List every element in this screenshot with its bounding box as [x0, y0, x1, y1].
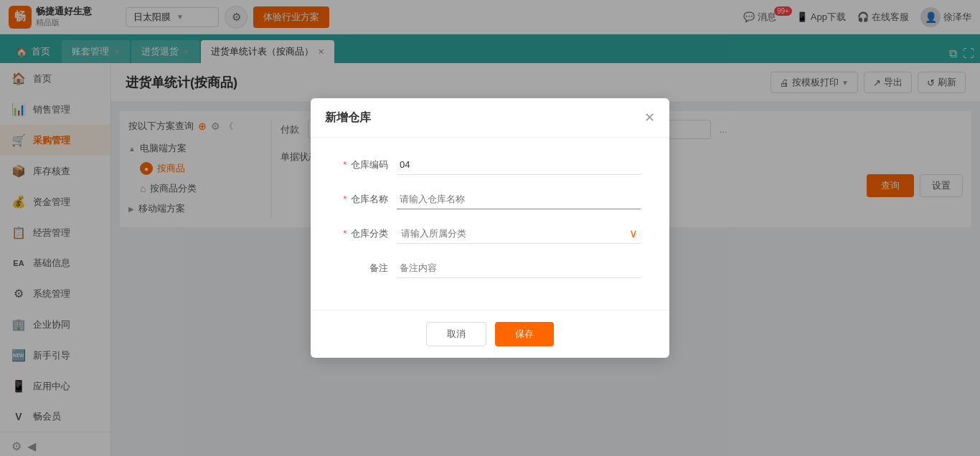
category-label: * 仓库分类 [339, 227, 397, 240]
add-warehouse-modal: 新增仓库 ✕ * 仓库编码 * 仓库名称 [311, 98, 669, 358]
name-required-mark: * [343, 194, 347, 204]
modal-header: 新增仓库 ✕ [311, 98, 669, 138]
category-chevron-icon: ∨ [629, 227, 638, 240]
name-label: * 仓库名称 [339, 193, 397, 206]
remark-label: 备注 [339, 262, 397, 275]
code-required-mark: * [343, 159, 347, 170]
form-row-name: * 仓库名称 [339, 189, 641, 209]
modal-close-icon[interactable]: ✕ [644, 110, 655, 125]
form-row-code: * 仓库编码 [339, 155, 641, 175]
modal-overlay: 新增仓库 ✕ * 仓库编码 * 仓库名称 [0, 0, 980, 456]
category-select-container[interactable]: ∨ [397, 224, 641, 244]
warehouse-code-input[interactable] [397, 155, 641, 175]
cancel-button[interactable]: 取消 [426, 322, 486, 346]
warehouse-name-input[interactable] [397, 189, 641, 209]
category-select-input[interactable] [400, 227, 629, 240]
code-label: * 仓库编码 [339, 158, 397, 171]
form-row-remark: 备注 [339, 258, 641, 278]
modal-footer: 取消 保存 [311, 310, 669, 358]
save-button[interactable]: 保存 [495, 322, 554, 346]
modal-title: 新增仓库 [325, 110, 371, 125]
form-row-category: * 仓库分类 ∨ [339, 224, 641, 244]
category-required-mark: * [343, 228, 347, 239]
remark-input[interactable] [397, 258, 641, 278]
modal-body: * 仓库编码 * 仓库名称 * 仓库分类 [311, 138, 669, 310]
